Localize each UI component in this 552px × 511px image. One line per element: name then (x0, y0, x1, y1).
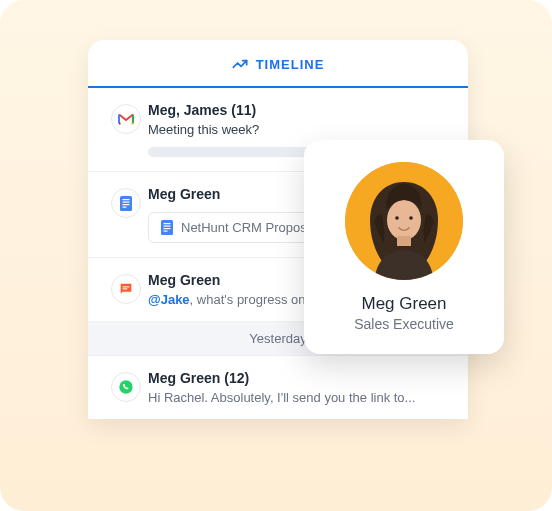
attachment-chip[interactable]: NetHunt CRM Proposal (148, 212, 330, 243)
svg-rect-9 (164, 231, 168, 232)
contact-name: Meg Green (320, 294, 488, 314)
svg-point-16 (395, 216, 399, 220)
mention[interactable]: @Jake (148, 292, 190, 307)
svg-rect-6 (164, 223, 171, 224)
tab-timeline[interactable]: TIMELINE (88, 40, 468, 88)
gmail-icon (111, 104, 141, 134)
timeline-icon (232, 56, 248, 72)
svg-rect-15 (397, 236, 411, 246)
chat-icon (111, 274, 141, 304)
avatar (345, 162, 463, 280)
svg-point-17 (409, 216, 413, 220)
whatsapp-icon (111, 372, 141, 402)
svg-rect-8 (164, 228, 171, 229)
page-background: TIMELINE Meg, James (11) Meeting this we… (0, 0, 552, 511)
doc-icon (111, 188, 141, 218)
svg-rect-7 (164, 226, 171, 227)
svg-point-12 (119, 380, 132, 393)
contact-card[interactable]: Meg Green Sales Executive (304, 140, 504, 354)
contact-role: Sales Executive (320, 316, 488, 332)
tab-label: TIMELINE (256, 57, 325, 72)
doc-icon (161, 220, 173, 235)
svg-rect-11 (123, 288, 128, 289)
subject: Meeting this week? (148, 122, 452, 137)
svg-rect-0 (120, 196, 132, 211)
attachment-name: NetHunt CRM Proposal (181, 220, 317, 235)
svg-rect-5 (161, 220, 173, 235)
svg-point-14 (387, 200, 421, 240)
svg-rect-10 (123, 286, 130, 287)
timeline-item[interactable]: Meg Green (12) Hi Rachel. Absolutely, I'… (88, 356, 468, 419)
svg-rect-4 (123, 206, 127, 207)
sender: Meg Green (12) (148, 370, 452, 386)
svg-rect-1 (123, 199, 130, 200)
preview: Hi Rachel. Absolutely, I'll send you the… (148, 390, 452, 405)
svg-rect-3 (123, 204, 130, 205)
svg-rect-2 (123, 201, 130, 202)
sender: Meg, James (11) (148, 102, 452, 118)
